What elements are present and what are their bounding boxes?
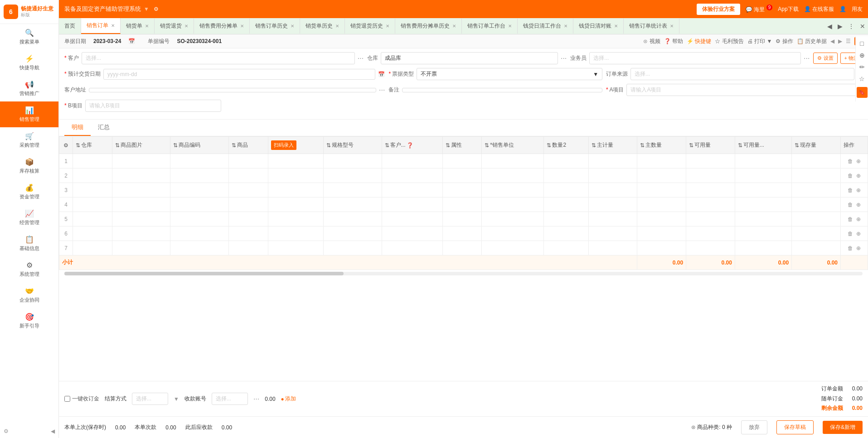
cell-unit-3[interactable]: [482, 197, 544, 212]
cell-main-unit-5[interactable]: [588, 226, 637, 241]
cell-code-4[interactable]: [170, 212, 229, 226]
tab-close-3[interactable]: ✕: [184, 24, 188, 29]
sidebar-item-5[interactable]: 📦库存核算: [0, 153, 58, 179]
receipt-input[interactable]: 选择...: [212, 393, 248, 405]
cell-qty2-5[interactable]: [544, 226, 588, 241]
cell-attr-1[interactable]: [442, 168, 482, 183]
sidebar-item-10[interactable]: 🤝企业协同: [0, 282, 58, 308]
cell-image-2[interactable]: [112, 183, 170, 197]
tab-next-icon[interactable]: ▶: [835, 23, 845, 30]
cell-warehouse-6[interactable]: [73, 241, 112, 255]
cell-warehouse-0[interactable]: [73, 154, 112, 168]
th-settings[interactable]: ⚙: [59, 137, 73, 154]
remark-input[interactable]: [402, 88, 602, 92]
save-draft-button[interactable]: 保存草稿: [776, 420, 814, 434]
row-copy-icon-5[interactable]: ⊕: [856, 231, 861, 237]
cell-unit-5[interactable]: [482, 226, 544, 241]
print-link[interactable]: 🖨 打印 ▼: [747, 38, 772, 45]
cell-customer-code-4[interactable]: [382, 212, 442, 226]
th-main-qty[interactable]: ⇅ 主数量: [637, 137, 686, 154]
cell-stock-1[interactable]: [792, 168, 841, 183]
cell-spec-5[interactable]: [323, 226, 382, 241]
receipt-more-icon[interactable]: ···: [253, 395, 259, 403]
cell-main-qty-0[interactable]: [637, 154, 686, 168]
sidebar-item-4[interactable]: 🛒采购管理: [0, 127, 58, 153]
cell-scan-1[interactable]: [268, 168, 323, 183]
cell-stock-3[interactable]: [792, 197, 841, 212]
cell-spec-4[interactable]: [323, 212, 382, 226]
cell-avail-5[interactable]: [686, 226, 735, 241]
topbar-gear-icon[interactable]: ⚙: [154, 6, 159, 12]
try-solution-button[interactable]: 体验行业方案: [697, 4, 740, 15]
row-delete-icon-6[interactable]: 🗑: [848, 245, 853, 251]
tab-close-all-icon[interactable]: ✕: [857, 23, 868, 30]
history-link[interactable]: 📋 历史单据: [797, 38, 827, 45]
cell-spec-1[interactable]: [323, 168, 382, 183]
sidebar-item-8[interactable]: 📋基础信息: [0, 231, 58, 256]
th-product[interactable]: ⇅ 商品: [229, 137, 268, 154]
row-copy-icon-4[interactable]: ⊕: [856, 216, 861, 222]
cell-attr-0[interactable]: [442, 154, 482, 168]
cell-customer-code-3[interactable]: [382, 197, 442, 212]
cell-stock-2[interactable]: [792, 183, 841, 197]
cell-avail2-3[interactable]: [735, 197, 791, 212]
cell-unit-1[interactable]: [482, 168, 544, 183]
tab-close-10[interactable]: ✕: [564, 24, 567, 29]
cell-customer-code-5[interactable]: [382, 226, 442, 241]
project-b-input[interactable]: 请输入B项目: [85, 100, 221, 112]
row-delete-icon-5[interactable]: 🗑: [848, 231, 853, 237]
cell-warehouse-2[interactable]: [73, 183, 112, 197]
cell-unit-4[interactable]: [482, 212, 544, 226]
topbar-dropdown-icon[interactable]: ▼: [144, 6, 149, 12]
tab-5[interactable]: 销售订单历史✕: [250, 19, 300, 34]
cell-image-5[interactable]: [112, 226, 170, 241]
cell-customer-code-6[interactable]: [382, 241, 442, 255]
list-view-icon[interactable]: ☰: [846, 38, 851, 44]
th-unit[interactable]: ⇅ *销售单位: [482, 137, 544, 154]
tab-9[interactable]: 销售订单工作台✕: [462, 19, 518, 34]
cell-unit-0[interactable]: [482, 154, 544, 168]
cell-main-unit-1[interactable]: [588, 168, 637, 183]
one-click-label[interactable]: 一键收订金: [64, 395, 99, 403]
cell-product-5[interactable]: [229, 226, 268, 241]
cell-unit-6[interactable]: [482, 241, 544, 255]
salesperson-input[interactable]: 选择...: [589, 52, 801, 64]
cell-customer-code-1[interactable]: [382, 168, 442, 183]
row-copy-icon-2[interactable]: ⊕: [856, 187, 861, 193]
cell-main-unit-0[interactable]: [588, 154, 637, 168]
th-avail[interactable]: ⇅ 可用量: [686, 137, 735, 154]
cell-avail2-0[interactable]: [735, 154, 791, 168]
delivery-calendar-icon[interactable]: 📅: [378, 71, 385, 77]
toolbar-prev-icon[interactable]: ◀: [830, 38, 834, 44]
horizontal-scrollbar[interactable]: [64, 272, 863, 275]
customer-more-icon[interactable]: ···: [358, 54, 364, 63]
tab-10[interactable]: 钱贷日清工作台✕: [518, 19, 573, 34]
tab-11[interactable]: 钱贷日清对账✕: [573, 19, 624, 34]
sidebar-item-2[interactable]: 📢营销推广: [0, 76, 58, 101]
cell-avail2-4[interactable]: [735, 212, 791, 226]
scan-button[interactable]: 扫码录入: [271, 140, 296, 150]
address-input[interactable]: [89, 88, 376, 92]
cell-scan-5[interactable]: [268, 226, 323, 241]
th-main-unit[interactable]: ⇅ 主计量: [588, 137, 637, 154]
cell-code-5[interactable]: [170, 226, 229, 241]
th-warehouse[interactable]: ⇅ 仓库: [73, 137, 112, 154]
sidebar-item-0[interactable]: 🔍搜索菜单: [0, 24, 58, 50]
cell-qty2-3[interactable]: [544, 197, 588, 212]
app-download-link[interactable]: App下载: [778, 5, 798, 13]
cell-stock-6[interactable]: [792, 241, 841, 255]
cell-code-2[interactable]: [170, 183, 229, 197]
cell-main-unit-3[interactable]: [588, 197, 637, 212]
collapse-icon[interactable]: ◀: [51, 428, 55, 434]
cell-spec-0[interactable]: [323, 154, 382, 168]
tab-4[interactable]: 销售费用分摊单✕: [194, 19, 250, 34]
cell-image-3[interactable]: [112, 197, 170, 212]
tab-8[interactable]: 销售费用分摊单历史✕: [395, 19, 462, 34]
cell-product-6[interactable]: [229, 241, 268, 255]
operation-link[interactable]: ⚙ 操作: [776, 38, 793, 45]
cell-qty2-1[interactable]: [544, 168, 588, 183]
sidebar-item-3[interactable]: 📊销售管理: [0, 101, 58, 127]
delivery-date-input[interactable]: yyyy-mm-dd: [103, 69, 375, 80]
rp-icon-3[interactable]: ✏: [859, 63, 865, 71]
tab-summary[interactable]: 汇总: [91, 120, 117, 136]
